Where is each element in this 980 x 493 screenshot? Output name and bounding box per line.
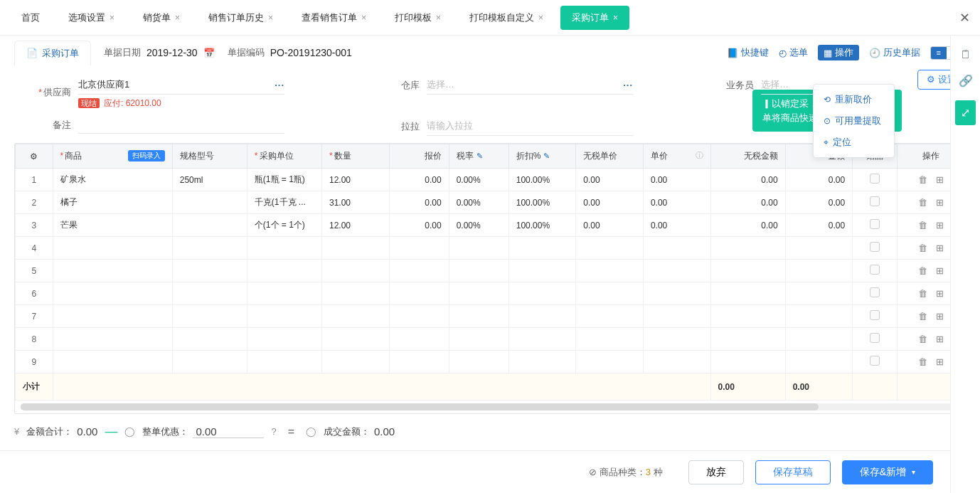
close-icon[interactable]: ×: [538, 13, 543, 23]
tab-home[interactable]: 首页: [10, 6, 51, 30]
close-icon[interactable]: ×: [436, 13, 441, 23]
table-row[interactable]: 1矿泉水250ml瓶(1瓶 = 1瓶)12.000.000.00%100.00%…: [16, 169, 965, 191]
supplier-label: 供应商: [14, 86, 78, 99]
copy-icon[interactable]: ⊞: [936, 220, 944, 230]
refresh-icon: ⟲: [824, 95, 831, 105]
extract-icon: ⊙: [824, 116, 831, 126]
table-row[interactable]: 9🗑⊞: [16, 351, 965, 373]
col-gear[interactable]: ⚙: [16, 144, 53, 169]
copy-icon[interactable]: ⊞: [936, 243, 944, 253]
info-icon[interactable]: ⓘ: [696, 150, 703, 161]
gift-checkbox[interactable]: [870, 174, 880, 184]
calendar-icon[interactable]: 📅: [203, 48, 215, 58]
delete-icon[interactable]: 🗑: [918, 288, 927, 299]
deal-icon: ◯: [306, 426, 316, 437]
draft-button[interactable]: 保存草稿: [755, 460, 831, 484]
shortcut-action[interactable]: 📘 快捷键: [727, 46, 769, 59]
gift-checkbox[interactable]: [870, 265, 880, 275]
tab-view-sales[interactable]: 查看销售订单×: [290, 6, 378, 30]
chevron-down-icon[interactable]: ▾: [912, 468, 915, 476]
lala-label: 拉拉: [363, 120, 427, 133]
table-row[interactable]: 2橘子千克(1千克 ...31.000.000.00%100.00%0.000.…: [16, 191, 965, 214]
expand-icon[interactable]: ⤢: [955, 100, 976, 125]
right-rail: 🗒 🔗 ⤢: [950, 36, 980, 493]
yen-icon: ¥: [14, 426, 19, 437]
close-icon[interactable]: ×: [268, 13, 273, 23]
close-icon[interactable]: ×: [110, 13, 114, 23]
close-all-icon[interactable]: ✕: [957, 7, 973, 28]
gift-checkbox[interactable]: [870, 219, 880, 229]
edit-icon[interactable]: ✎: [543, 152, 550, 160]
copy-icon[interactable]: ⊞: [936, 311, 944, 322]
sum-group: 金额合计：0.00: [26, 425, 97, 438]
col-unit: *采购单位: [247, 144, 321, 169]
copy-icon[interactable]: ⊞: [936, 356, 944, 367]
table-row[interactable]: 5🗑⊞: [16, 260, 965, 282]
tab-sales[interactable]: 销货单×: [132, 6, 191, 30]
op-available[interactable]: ⊙可用量提取: [814, 110, 894, 132]
gift-checkbox[interactable]: [870, 242, 880, 252]
gift-checkbox[interactable]: [870, 356, 880, 366]
doc-title-tab[interactable]: 📄 采购订单: [14, 41, 91, 65]
lala-field[interactable]: 请输入拉拉: [427, 117, 633, 136]
gift-checkbox[interactable]: [870, 333, 880, 343]
tab-print-template-custom[interactable]: 打印模板自定义×: [458, 6, 555, 30]
link-icon[interactable]: 🔗: [959, 74, 973, 88]
delete-icon[interactable]: 🗑: [918, 243, 927, 253]
gift-checkbox[interactable]: [870, 310, 880, 320]
delete-icon[interactable]: 🗑: [918, 220, 927, 230]
delete-icon[interactable]: 🗑: [918, 356, 927, 367]
col-price: 单价ⓘ: [643, 144, 710, 169]
op-locate[interactable]: ⌖定位: [814, 132, 894, 153]
ops-action[interactable]: ▦ 操作: [818, 45, 859, 60]
table-body: 1矿泉水250ml瓶(1瓶 = 1瓶)12.000.000.00%100.00%…: [16, 169, 965, 373]
close-icon[interactable]: ×: [613, 13, 618, 23]
tab-print-template[interactable]: 打印模板×: [383, 6, 452, 30]
delete-icon[interactable]: 🗑: [918, 334, 927, 344]
note-icon[interactable]: 🗒: [960, 48, 971, 61]
help-icon[interactable]: ?: [271, 426, 276, 437]
delete-icon[interactable]: 🗑: [918, 197, 927, 208]
save-button[interactable]: 保存&新增▾: [842, 460, 933, 484]
delete-icon[interactable]: 🗑: [918, 265, 927, 276]
table-row[interactable]: 7🗑⊞: [16, 305, 965, 328]
gift-checkbox[interactable]: [870, 287, 880, 297]
close-icon[interactable]: ×: [361, 13, 366, 23]
tab-sales-history[interactable]: 销售订单历史×: [197, 6, 284, 30]
remark-field[interactable]: [78, 117, 284, 134]
list-view-icon[interactable]: ≡: [931, 47, 947, 59]
copy-icon[interactable]: ⊞: [936, 174, 944, 185]
deal-group: 成交金额：0.00: [324, 425, 395, 438]
table-row[interactable]: 6🗑⊞: [16, 282, 965, 305]
close-icon[interactable]: ×: [175, 13, 180, 23]
copy-icon[interactable]: ⊞: [936, 197, 944, 208]
col-spec: 规格型号: [172, 144, 247, 169]
tab-purchase-order[interactable]: 采购订单×: [560, 6, 629, 30]
op-reprice[interactable]: ⟲重新取价: [814, 89, 894, 110]
date-value[interactable]: 2019-12-30: [147, 47, 198, 58]
supplier-field[interactable]: 北京供应商1 ···: [78, 75, 284, 95]
edit-icon[interactable]: ✎: [476, 152, 483, 160]
pick-action[interactable]: ◴ 选单: [779, 46, 808, 59]
discard-button[interactable]: 放弃: [688, 460, 744, 484]
remark-label: 备注: [14, 119, 78, 132]
more-icon[interactable]: ···: [275, 80, 284, 90]
form-panel: ⚙ 设置 ⟲重新取价 ⊙可用量提取 ⌖定位 ▎以销定采，您 单将商品快速带入 供…: [14, 70, 966, 136]
copy-icon[interactable]: ⊞: [936, 265, 944, 276]
delete-icon[interactable]: 🗑: [918, 311, 927, 322]
copy-icon[interactable]: ⊞: [936, 334, 944, 344]
table-row[interactable]: 4🗑⊞: [16, 237, 965, 260]
history-action[interactable]: 🕘 历史单据: [869, 46, 920, 59]
copy-icon[interactable]: ⊞: [936, 288, 944, 299]
gift-checkbox[interactable]: [870, 196, 880, 206]
warehouse-field[interactable]: 选择… ···: [427, 75, 633, 95]
delete-icon[interactable]: 🗑: [918, 174, 927, 185]
scan-chip[interactable]: 扫码录入: [128, 150, 165, 161]
tab-options[interactable]: 选项设置×: [57, 6, 126, 30]
table-row[interactable]: 3芒果个(1个 = 1个)12.000.000.00%100.00%0.000.…: [16, 214, 965, 237]
code-label: 单据编码: [228, 46, 265, 59]
horizontal-scrollbar[interactable]: [21, 403, 959, 410]
more-icon[interactable]: ···: [623, 80, 633, 90]
totals-bar: ¥ 金额合计：0.00 — ◯ 整单优惠：0.00 ? = ◯ 成交金额：0.0…: [14, 414, 966, 442]
table-row[interactable]: 8🗑⊞: [16, 328, 965, 351]
